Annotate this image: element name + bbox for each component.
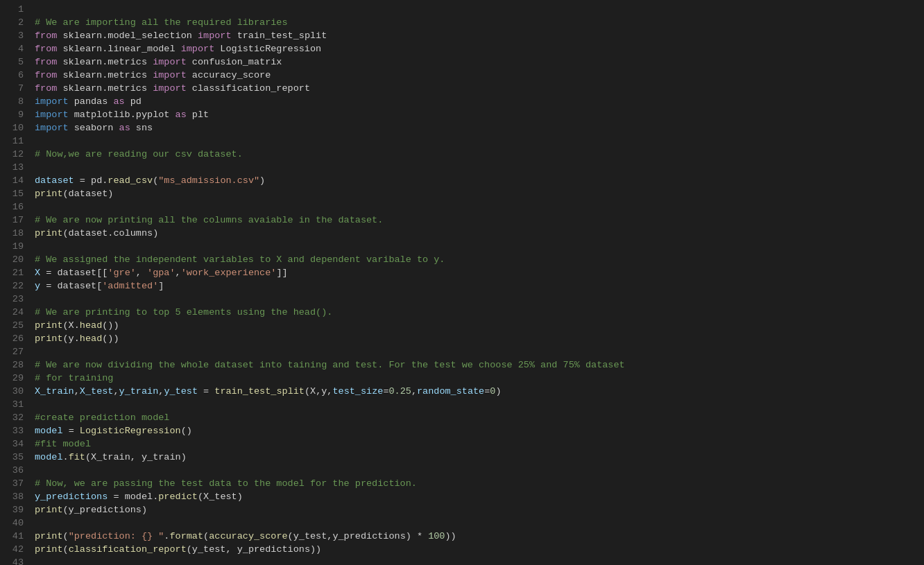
- code-line-30: X_train,X_test,y_train,y_test = train_te…: [35, 385, 918, 398]
- ln-29: 29: [6, 372, 24, 385]
- code-line-5: from sklearn.metrics import confusion_ma…: [35, 55, 918, 69]
- code-editor: 1 2 3 4 5 6 7 8 9 10 11 12 13 14 15 16 1…: [0, 0, 924, 565]
- ln-39: 39: [6, 503, 24, 516]
- code-content: # We are importing all the required libr…: [29, 3, 924, 565]
- ln-18: 18: [6, 227, 24, 240]
- ln-33: 33: [6, 424, 24, 437]
- ln-13: 13: [6, 161, 24, 174]
- ln-11: 11: [6, 134, 24, 148]
- code-line-29: # for training: [35, 372, 918, 385]
- ln-4: 4: [6, 42, 24, 55]
- ln-43: 43: [6, 556, 24, 565]
- ln-3: 3: [6, 29, 24, 42]
- code-line-41: print("prediction: {} ".format(accuracy_…: [35, 530, 918, 543]
- code-line-39: print(y_predictions): [35, 503, 918, 516]
- code-line-10: import seaborn as sns: [35, 121, 918, 134]
- code-line-19: [35, 240, 918, 253]
- code-line-4: from sklearn.linear_model import Logisti…: [35, 42, 918, 55]
- code-line-42: print(classification_report(y_test, y_pr…: [35, 543, 918, 556]
- code-line-3: from sklearn.model_selection import trai…: [35, 29, 918, 42]
- code-line-20: # We assigned the independent variables …: [35, 253, 918, 266]
- code-line-15: print(dataset): [35, 187, 918, 200]
- code-line-21: X = dataset[['gre', 'gpa','work_experien…: [35, 266, 918, 279]
- code-line-25: print(X.head()): [35, 319, 918, 332]
- code-line-18: print(dataset.columns): [35, 227, 918, 240]
- ln-19: 19: [6, 240, 24, 253]
- ln-16: 16: [6, 200, 24, 214]
- ln-30: 30: [6, 385, 24, 398]
- code-line-35: model.fit(X_train, y_train): [35, 451, 918, 464]
- code-line-1: [35, 3, 918, 16]
- code-line-22: y = dataset['admitted']: [35, 279, 918, 293]
- ln-38: 38: [6, 490, 24, 503]
- ln-5: 5: [6, 55, 24, 69]
- ln-32: 32: [6, 411, 24, 424]
- ln-27: 27: [6, 345, 24, 358]
- ln-37: 37: [6, 477, 24, 490]
- ln-7: 7: [6, 82, 24, 95]
- ln-26: 26: [6, 332, 24, 345]
- code-line-16: [35, 200, 918, 214]
- ln-23: 23: [6, 293, 24, 306]
- ln-35: 35: [6, 451, 24, 464]
- ln-1: 1: [6, 3, 24, 16]
- code-line-27: [35, 345, 918, 358]
- code-line-14: dataset = pd.read_csv("ms_admission.csv"…: [35, 174, 918, 187]
- ln-17: 17: [6, 214, 24, 227]
- code-line-38: y_predictions = model.predict(X_test): [35, 490, 918, 503]
- ln-31: 31: [6, 398, 24, 411]
- code-line-12: # Now,we are reading our csv dataset.: [35, 148, 918, 161]
- ln-22: 22: [6, 279, 24, 293]
- code-line-11: [35, 134, 918, 148]
- ln-10: 10: [6, 121, 24, 134]
- code-line-31: [35, 398, 918, 411]
- ln-25: 25: [6, 319, 24, 332]
- code-line-36: [35, 464, 918, 477]
- ln-6: 6: [6, 69, 24, 82]
- code-line-2: # We are importing all the required libr…: [35, 16, 918, 29]
- ln-15: 15: [6, 187, 24, 200]
- ln-12: 12: [6, 148, 24, 161]
- ln-36: 36: [6, 464, 24, 477]
- code-line-7: from sklearn.metrics import classificati…: [35, 82, 918, 95]
- code-line-26: print(y.head()): [35, 332, 918, 345]
- ln-41: 41: [6, 530, 24, 543]
- ln-2: 2: [6, 16, 24, 29]
- code-line-40: [35, 516, 918, 530]
- code-line-32: #create prediction model: [35, 411, 918, 424]
- line-numbers: 1 2 3 4 5 6 7 8 9 10 11 12 13 14 15 16 1…: [0, 3, 29, 565]
- code-line-13: [35, 161, 918, 174]
- code-line-24: # We are printing to top 5 elements usin…: [35, 306, 918, 319]
- code-line-37: # Now, we are passing the test data to t…: [35, 477, 918, 490]
- ln-42: 42: [6, 543, 24, 556]
- ln-21: 21: [6, 266, 24, 279]
- code-line-9: import matplotlib.pyplot as plt: [35, 108, 918, 121]
- ln-14: 14: [6, 174, 24, 187]
- ln-24: 24: [6, 306, 24, 319]
- code-line-34: #fit model: [35, 437, 918, 451]
- code-line-43: [35, 556, 918, 565]
- ln-20: 20: [6, 253, 24, 266]
- code-line-17: # We are now printing all the columns av…: [35, 214, 918, 227]
- ln-40: 40: [6, 516, 24, 530]
- code-line-23: [35, 293, 918, 306]
- code-line-8: import pandas as pd: [35, 95, 918, 108]
- code-line-28: # We are now dividing the whole dataset …: [35, 358, 918, 372]
- ln-8: 8: [6, 95, 24, 108]
- ln-9: 9: [6, 108, 24, 121]
- code-line-6: from sklearn.metrics import accuracy_sco…: [35, 69, 918, 82]
- ln-34: 34: [6, 437, 24, 451]
- ln-28: 28: [6, 358, 24, 372]
- code-line-33: model = LogisticRegression(): [35, 424, 918, 437]
